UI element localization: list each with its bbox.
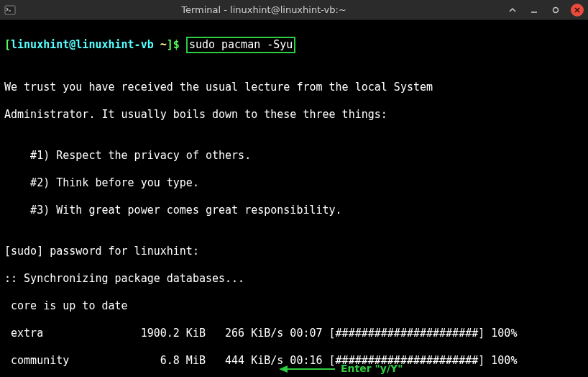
output-line: We trust you have received the usual lec… — [4, 81, 584, 94]
output-line: #1) Respect the privacy of others. — [4, 149, 584, 163]
output-line: extra 1900.2 KiB 266 KiB/s 00:07 [######… — [4, 327, 584, 340]
prompt-close-bracket: ]$ — [167, 38, 180, 51]
prompt-line: [linuxhint@linuxhint-vb ~]$ sudo pacman … — [4, 37, 584, 53]
prompt-open-bracket: [ — [4, 38, 11, 51]
output-line: Administrator. It usually boils down to … — [4, 108, 584, 122]
output-line: community 6.8 MiB 444 KiB/s 00:16 [#####… — [4, 354, 584, 368]
prompt-user-host: linuxhint@linuxhint-vb — [11, 38, 154, 51]
output-line: [sudo] password for linuxhint: — [4, 245, 584, 258]
output-line: core is up to date — [4, 299, 584, 313]
window-controls — [506, 4, 584, 17]
up-button[interactable] — [506, 4, 519, 17]
titlebar: Terminal - linuxhint@linuxhint-vb:~ — [0, 0, 588, 20]
svg-rect-0 — [5, 6, 15, 14]
prompt-path: ~ — [160, 38, 167, 51]
command-text: sudo pacman -Syu — [189, 38, 293, 51]
terminal-icon — [4, 4, 16, 16]
svg-point-3 — [553, 7, 559, 12]
close-button[interactable] — [571, 4, 584, 17]
output-line: #3) With great power comes great respons… — [4, 204, 584, 217]
output-line: :: Synchronizing package databases... — [4, 272, 584, 286]
terminal-window: Terminal - linuxhint@linuxhint-vb:~ [lin… — [0, 0, 588, 377]
maximize-button[interactable] — [549, 4, 562, 17]
minimize-button[interactable] — [528, 4, 541, 17]
terminal-body[interactable]: [linuxhint@linuxhint-vb ~]$ sudo pacman … — [0, 20, 588, 377]
command-highlight-box: sudo pacman -Syu — [186, 37, 296, 53]
window-title: Terminal - linuxhint@linuxhint-vb:~ — [22, 4, 506, 15]
output-line: #2) Think before you type. — [4, 176, 584, 190]
